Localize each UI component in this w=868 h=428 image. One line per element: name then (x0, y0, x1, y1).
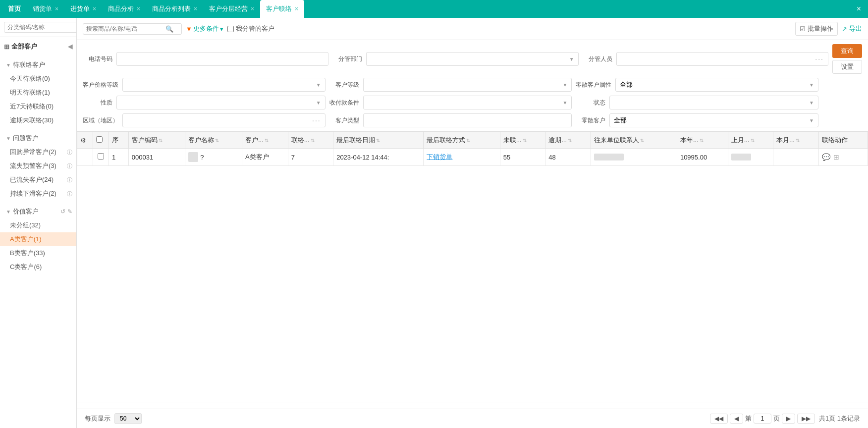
nav-customer-tier-close[interactable]: × (251, 5, 254, 12)
nav-customer-contact[interactable]: 客户联络 × (260, 0, 304, 18)
payment-select[interactable]: ▼ (363, 96, 572, 109)
refresh-icon[interactable]: ↺ (60, 208, 65, 215)
warn-icon-1: ⓘ (67, 149, 72, 156)
sidebar-item-a-type[interactable]: A类客户(1) (0, 232, 76, 246)
phone-input[interactable] (116, 52, 328, 66)
sidebar-problem-header[interactable]: ▼ 问题客户 (0, 131, 76, 145)
sidebar-item-repurchase-abnormal[interactable]: 回购异常客户(2) ⓘ (0, 145, 76, 159)
first-page-btn[interactable]: ◀◀ (710, 414, 728, 424)
row-last-contact-date: 2023-04-12 14:44: (333, 149, 424, 166)
filter-search-input[interactable] (86, 25, 165, 32)
batch-op-btn[interactable]: ☑ 批量操作 (795, 22, 838, 36)
sidebar-item-tomorrow-pending[interactable]: 明天待联络(1) (0, 86, 76, 100)
col-code[interactable]: 客户编码⇅ (128, 132, 185, 149)
collapse-icon[interactable]: ◀ (68, 43, 72, 50)
col-not-contacted[interactable]: 未联...⇅ (500, 132, 545, 149)
warn-icon-4: ⓘ (67, 190, 72, 198)
sidebar-item-churned[interactable]: 已流失客户(24) ⓘ (0, 173, 76, 187)
field-cust-level: 客户等级 ▼ (329, 78, 572, 92)
data-table: ⚙ 序 客户编码⇅ 客户名称⇅ 客户...⇅ 联络...⇅ 最后联络日期⇅ 最后… (77, 132, 868, 166)
sidebar-item-today-pending[interactable]: 今天待联络(0) (0, 72, 76, 86)
status-select[interactable]: ▼ (609, 96, 818, 109)
field-nature: 性质 ▼ (83, 96, 326, 109)
col-contact-person[interactable]: 往来单位联系人⇅ (591, 132, 677, 149)
col-settings[interactable]: ⚙ (77, 132, 93, 149)
next-page-btn[interactable]: ▶ (782, 414, 795, 424)
cust-level-select[interactable]: ▼ (363, 78, 572, 92)
col-name[interactable]: 客户名称⇅ (185, 132, 242, 149)
warn-icon-3: ⓘ (67, 176, 72, 184)
row-last-contact-method: 下销货单 (424, 149, 500, 166)
nav-purchase-close[interactable]: × (93, 5, 96, 12)
page-input[interactable] (754, 414, 771, 424)
qr-icon[interactable]: ⊞ (833, 153, 839, 161)
sidebar: 🔍 ⊞ 全部客户 ◀ ▼ 待联络客户 今天待联络(0) 明天待联络(1) 近7天… (0, 18, 77, 428)
retail-cust-select[interactable]: 全部 ▼ (609, 113, 818, 127)
sidebar-item-week-pending[interactable]: 近7天待联络(0) (0, 100, 76, 113)
warn-icon-2: ⓘ (67, 162, 72, 170)
col-contact[interactable]: 联络...⇅ (288, 132, 333, 149)
search-btn[interactable]: 查询 (832, 44, 862, 58)
col-overdue[interactable]: 逾期...⇅ (545, 132, 591, 149)
col-this-year[interactable]: 本年...⇅ (677, 132, 728, 149)
nav-sales-close[interactable]: × (55, 5, 58, 12)
nav-product-analysis-close[interactable]: × (137, 5, 140, 12)
col-last-contact-date[interactable]: 最后联络日期⇅ (333, 132, 424, 149)
export-btn[interactable]: ↗ 导出 (842, 24, 862, 33)
sidebar-value-header[interactable]: ▼ 价值客户 ↺ ✎ (0, 205, 76, 218)
my-customers-checkbox[interactable] (227, 26, 234, 32)
sidebar-item-ungrouped[interactable]: 未分组(32) (0, 218, 76, 232)
retail-attr-select[interactable]: 全部 ▼ (615, 78, 818, 92)
chat-icon[interactable]: 💬 (822, 153, 830, 161)
col-this-month[interactable]: 本月...⇅ (773, 132, 818, 149)
row-seq: 1 (109, 149, 129, 166)
nav-home[interactable]: 首页 (2, 0, 27, 18)
nav-sales[interactable]: 销货单 × (27, 0, 64, 18)
sidebar-item-churn-warning[interactable]: 流失预警客户(3) ⓘ (0, 159, 76, 173)
select-all-checkbox[interactable] (96, 136, 103, 143)
sidebar-all-customers-header[interactable]: ⊞ 全部客户 ◀ (0, 39, 76, 54)
grid-icon: ⊞ (4, 43, 9, 51)
row-this-month (773, 149, 818, 166)
price-level-select[interactable]: ▼ (122, 78, 326, 92)
edit-icon[interactable]: ✎ (67, 208, 72, 215)
sidebar-item-declining[interactable]: 持续下滑客户(2) ⓘ (0, 187, 76, 201)
adv-filter-row-4: 区域（地区） ··· 客户类型 零散客户 全部 ▼ (83, 113, 862, 127)
col-type[interactable]: 客户...⇅ (242, 132, 288, 149)
row-type: A类客户 (242, 149, 288, 166)
region-input[interactable]: ··· (122, 113, 326, 127)
nav-customer-contact-close[interactable]: × (295, 5, 298, 12)
last-contact-link[interactable]: 下销货单 (427, 153, 452, 160)
sidebar-item-overdue-pending[interactable]: 逾期未联络(30) (0, 113, 76, 127)
settings-btn[interactable]: 设置 (832, 60, 862, 74)
close-all-tabs[interactable]: × (852, 4, 866, 13)
nav-product-analysis-list-close[interactable]: × (194, 5, 197, 12)
row-checkbox[interactable] (98, 153, 104, 160)
field-manager: 分管人员 ··· (583, 52, 828, 66)
filter-search-icon[interactable]: 🔍 (165, 25, 173, 33)
col-last-month[interactable]: 上月...⇅ (728, 132, 773, 149)
manager-input[interactable]: ··· (616, 52, 828, 66)
page-size-select[interactable]: 50 100 200 (114, 413, 142, 424)
dept-select[interactable]: ▼ (366, 52, 578, 66)
table-area: ⚙ 序 客户编码⇅ 客户名称⇅ 客户...⇅ 联络...⇅ 最后联络日期⇅ 最后… (77, 132, 868, 403)
col-last-contact-method[interactable]: 最后联络方式⇅ (424, 132, 500, 149)
more-filters-btn[interactable]: ▼ 更多条件 ▾ (186, 24, 223, 33)
nav-customer-tier[interactable]: 客户分层经营 × (203, 0, 260, 18)
row-actions: 💬 ⊞ (818, 149, 868, 166)
prev-page-btn[interactable]: ◀ (730, 414, 743, 424)
nav-purchase[interactable]: 进货单 × (64, 0, 102, 18)
adv-filter-row-3: 性质 ▼ 收付款条件 ▼ 状态 ▼ (83, 96, 862, 109)
sidebar-item-c-type[interactable]: C类客户(6) (0, 260, 76, 274)
nature-select[interactable]: ▼ (116, 96, 326, 109)
nav-product-analysis-list[interactable]: 商品分析列表 × (146, 0, 203, 18)
horizontal-scrollbar[interactable] (77, 403, 868, 409)
sidebar-search-input[interactable] (4, 22, 77, 33)
cust-type-input[interactable] (363, 113, 572, 127)
row-code: 000031 (128, 149, 185, 166)
nav-product-analysis[interactable]: 商品分析 × (102, 0, 146, 18)
col-checkbox[interactable] (93, 132, 109, 149)
sidebar-item-b-type[interactable]: B类客户(33) (0, 246, 76, 260)
sidebar-pending-header[interactable]: ▼ 待联络客户 (0, 58, 76, 72)
last-page-btn[interactable]: ▶▶ (797, 414, 815, 424)
